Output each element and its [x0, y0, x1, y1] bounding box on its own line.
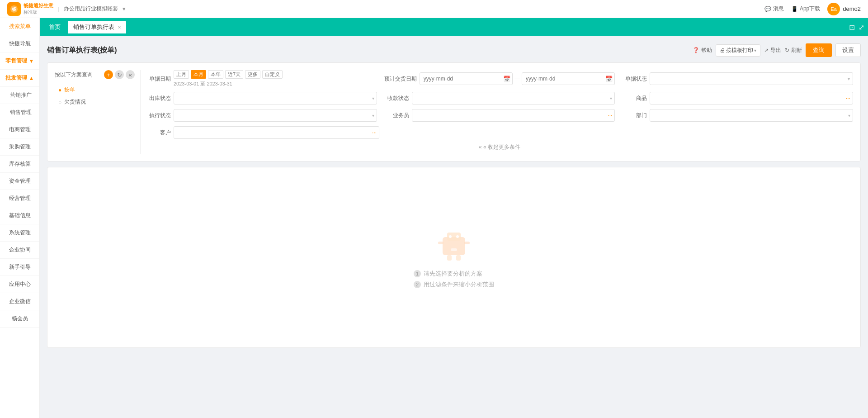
refresh-btn[interactable]: ↻ 刷新 — [785, 47, 802, 54]
export-btn[interactable]: ↗ 导出 — [764, 47, 781, 54]
sidebar-item-wholesale[interactable]: 批发管理 ▲ — [0, 70, 39, 87]
dept-label: 部门 — [622, 112, 647, 119]
sidebar-item-finance[interactable]: 资金管理 — [0, 173, 39, 190]
tab-maximize-btn[interactable]: ⤢ — [859, 23, 864, 32]
collapse-bar[interactable]: « « 收起更多条件 — [146, 141, 853, 154]
toolbar-right: ❓ 帮助 🖨 按模板打印 ▾ ↗ 导出 ↻ 刷新 — [693, 43, 861, 57]
svg-text:畅: 畅 — [12, 7, 16, 12]
page-title: 销售订单执行表(按单) — [47, 46, 117, 55]
filter-order-status-field: 单据状态 ▾ — [622, 70, 853, 87]
dept-select[interactable] — [650, 109, 853, 122]
payment-status-select[interactable] — [412, 92, 615, 104]
right-panel: 单据日期 上月 本月 本年 近7天 更多 — [146, 70, 853, 154]
qd-custom[interactable]: 自定义 — [262, 70, 283, 79]
svg-rect-6 — [451, 248, 457, 251]
page-header: 销售订单执行表(按单) ❓ 帮助 🖨 按模板打印 ▾ ↗ 导出 — [47, 43, 861, 57]
left-header-actions: + ↻ « — [104, 70, 135, 79]
sidebar-item-enterprise[interactable]: 企业协同 — [0, 242, 39, 259]
tab-sales-exec[interactable]: 销售订单执行表 × — [68, 21, 126, 33]
tab-close-btn[interactable]: × — [118, 24, 121, 30]
sidebar-item-app-center[interactable]: 应用中心 — [0, 276, 39, 293]
print-btn[interactable]: 🖨 按模板打印 ▾ — [716, 44, 760, 57]
scheme-list: ● 按单 ○ 欠货情况 — [55, 84, 135, 108]
scheme-section-title: 按以下方案查询 — [55, 71, 93, 79]
dept-control: ▾ — [650, 109, 853, 122]
filter-row-4: 客户 ··· — [146, 126, 853, 139]
qd-this-month[interactable]: 本月 — [191, 70, 206, 79]
app-title: 办公用品行业模拟账套 — [64, 5, 118, 13]
settings-btn[interactable]: 设置 — [835, 43, 861, 57]
customer-input[interactable] — [174, 126, 379, 139]
sidebar-item-membership[interactable]: 畅会员 — [0, 310, 39, 328]
order-status-control: ▾ — [650, 72, 853, 85]
sidebar-item-enterprise-wechat[interactable]: 企业微信 — [0, 293, 39, 310]
app-download-btn[interactable]: 📱 App下载 — [791, 5, 820, 13]
exec-status-control: ▾ — [174, 109, 377, 122]
expected-date-label: 预计交货日期 — [384, 75, 417, 83]
top-bar-right: 💬 消息 📱 App下载 Ea demo2 — [764, 3, 861, 15]
content-area: 首页 销售订单执行表 × ⊡ ⤢ 销售订单执行表(按单) ❓ 帮助 — [40, 18, 868, 418]
order-status-dropdown-icon: ▾ — [848, 76, 850, 81]
sidebar-item-retail[interactable]: 零售管理 ▼ — [0, 52, 39, 70]
delivery-status-select[interactable] — [174, 92, 377, 104]
qd-this-year[interactable]: 本年 — [208, 70, 223, 79]
tab-restore-btn[interactable]: ⊡ — [849, 23, 855, 32]
logo-area: 畅 畅捷通好生意 标准版 — [7, 2, 53, 16]
salesperson-more-icon[interactable]: ··· — [608, 112, 612, 119]
goods-more-icon[interactable]: ··· — [846, 95, 850, 101]
empty-state: 1 请先选择要分析的方案 2 用过滤条件来缩小分析范围 — [414, 223, 494, 291]
scheme-item-欠货情况[interactable]: ○ 欠货情况 — [55, 96, 135, 108]
sidebar-item-newbie[interactable]: 新手引导 — [0, 259, 39, 276]
delivery-status-control: ▾ — [174, 92, 377, 104]
date-field-control: 上月 本月 本年 近7天 更多 自定义 2023-03-01 至 — [174, 70, 377, 87]
message-btn[interactable]: 💬 消息 — [764, 5, 784, 13]
order-status-select[interactable]: ▾ — [650, 72, 853, 85]
date-label: 单据日期 — [146, 75, 171, 83]
filter-row-3: 执行状态 ▾ 业务员 — [146, 109, 853, 122]
exec-status-select[interactable] — [174, 109, 377, 122]
salesperson-input[interactable] — [412, 109, 615, 122]
download-icon: 📱 — [791, 6, 798, 12]
tab-home[interactable]: 首页 — [43, 21, 66, 33]
scheme-item-按单[interactable]: ● 按单 — [55, 84, 135, 96]
customer-more-icon[interactable]: ··· — [372, 129, 377, 136]
sidebar-item-basic-info[interactable]: 基础信息 — [0, 207, 39, 224]
empty-tips: 1 请先选择要分析的方案 2 用过滤条件来缩小分析范围 — [414, 270, 494, 289]
refresh-scheme-btn[interactable]: ↻ — [115, 70, 124, 79]
svg-rect-7 — [438, 242, 443, 244]
sidebar-item-ecommerce[interactable]: 电商管理 — [0, 121, 39, 138]
sidebar-item-sales-mgmt[interactable]: 销售管理 — [0, 104, 39, 121]
query-btn[interactable]: 查询 — [806, 43, 832, 57]
add-scheme-btn[interactable]: + — [104, 70, 113, 79]
sidebar-item-operations[interactable]: 经营管理 — [0, 190, 39, 207]
goods-input[interactable] — [650, 92, 853, 104]
print-dropdown-icon: ▾ — [754, 48, 756, 53]
expected-date-from[interactable] — [420, 72, 513, 85]
sidebar-item-system[interactable]: 系统管理 — [0, 224, 39, 242]
date-range-text: 2023-03-01 至 2023-03-31 — [174, 81, 377, 87]
qd-7days[interactable]: 近7天 — [225, 70, 243, 79]
user-area[interactable]: Ea demo2 — [827, 3, 861, 15]
sidebar-item-search[interactable]: 搜索菜单 — [0, 18, 39, 35]
message-icon: 💬 — [764, 6, 771, 12]
sidebar-item-marketing[interactable]: 营销推广 — [0, 87, 39, 104]
help-btn[interactable]: ❓ 帮助 — [693, 47, 712, 54]
expected-date-to[interactable] — [522, 72, 615, 85]
order-status-label: 单据状态 — [622, 75, 647, 83]
left-panel: 按以下方案查询 + ↻ « ● 按单 — [55, 70, 141, 154]
top-bar-left: 畅 畅捷通好生意 标准版 | 办公用品行业模拟账套 ▾ — [7, 2, 126, 16]
app-title-dropdown[interactable]: ▾ — [123, 5, 126, 12]
sidebar-item-inventory[interactable]: 库存核算 — [0, 156, 39, 173]
left-header: 按以下方案查询 + ↻ « — [55, 70, 135, 79]
payment-status-label: 收款状态 — [384, 95, 409, 102]
filter-salesperson-field: 业务员 ··· — [384, 109, 615, 122]
scheme-inactive-icon: ○ — [58, 99, 61, 105]
qd-last-month[interactable]: 上月 — [174, 70, 189, 79]
calendar-from-icon: 📅 — [503, 76, 510, 82]
qd-more[interactable]: 更多 — [245, 70, 260, 79]
collapse-scheme-btn[interactable]: « — [126, 70, 135, 79]
exec-status-label: 执行状态 — [146, 112, 171, 119]
table-area: 1 请先选择要分析的方案 2 用过滤条件来缩小分析范围 — [47, 167, 861, 348]
sidebar-item-quick-nav[interactable]: 快捷导航 — [0, 35, 39, 52]
sidebar-item-purchase[interactable]: 采购管理 — [0, 138, 39, 156]
